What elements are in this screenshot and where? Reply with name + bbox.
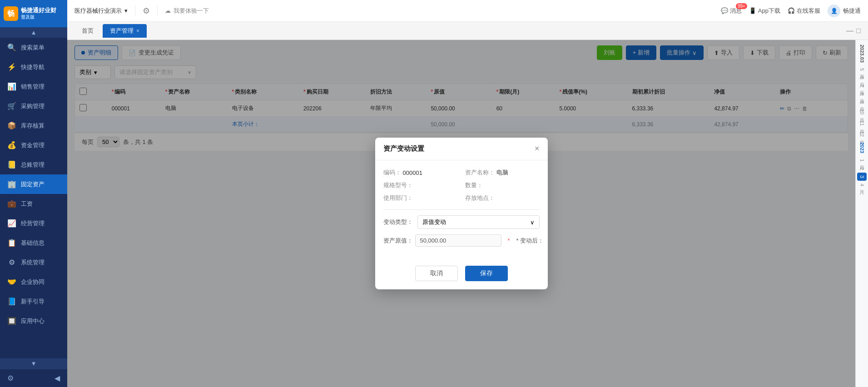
sidebar-item-purchase[interactable]: 🛒 采购管理 [0, 96, 67, 116]
sidebar: 畅 畅捷通好业财 普及版 ▲ 🔍 搜索菜单 ⚡ 快捷导航 📊 销售管理 🛒 采购… [0, 0, 67, 387]
experience-button[interactable]: ☁ 我要体验一下 [165, 7, 209, 15]
modal-cancel-button[interactable]: 取消 [415, 266, 458, 281]
sidebar-item-label: 工资 [21, 200, 33, 208]
sidebar-collapse-button[interactable]: ◀ [55, 374, 60, 382]
sidebar-item-label: 新手引导 [21, 298, 45, 306]
modal-body: 编码： 000001 资产名称： 电脑 规格型号： [375, 160, 548, 260]
modal-code-label: 编码： [383, 169, 401, 177]
modal-close-button[interactable]: × [535, 144, 540, 154]
sidebar-item-app-center[interactable]: 🔲 应用中心 [0, 311, 67, 331]
modal-asset-name-item: 资产名称： 电脑 [465, 169, 540, 177]
modal-code-value: 000001 [403, 169, 422, 176]
modal-location-item: 存放地点： [465, 194, 540, 202]
system-icon: ⚙ [7, 258, 16, 267]
modal-header: 资产变动设置 × [375, 138, 548, 160]
main-area: 医疗器械行业演示 ▾ ⚙ ☁ 我要体验一下 💬 消息 99+ 📱 App下载 🎧… [67, 0, 868, 387]
ym-month-7[interactable]: 7月 [857, 82, 867, 90]
tab-home[interactable]: 首页 [74, 24, 101, 38]
ym-year-2023[interactable]: 2023.03 [858, 42, 866, 65]
ym-month-8[interactable]: 8月 [857, 90, 867, 98]
tab-asset-mgmt-label: 资产管理 [110, 27, 134, 35]
ym-month-11[interactable]: 11月 [857, 118, 867, 129]
app-download-label: App下载 [758, 7, 780, 15]
app-logo: 畅 畅捷通好业财 普及版 [0, 0, 67, 27]
sidebar-item-guide[interactable]: 📘 新手引导 [0, 292, 67, 311]
basic-info-icon: 📋 [7, 238, 16, 247]
user-button[interactable]: 👤 畅捷通 [828, 5, 861, 17]
ym-month-5[interactable]: 5月 [857, 65, 867, 74]
sidebar-item-inventory[interactable]: 📦 库存核算 [0, 116, 67, 135]
modal-spec-label: 规格型号： [383, 181, 413, 189]
sidebar-settings-button[interactable]: ⚙ [7, 374, 14, 382]
ym-month-4[interactable]: 4月 [857, 181, 867, 189]
modal-quantity-label: 数量： [465, 181, 483, 189]
sidebar-item-payroll[interactable]: 💼 工资 [0, 194, 67, 213]
online-service-label: 在线客服 [797, 7, 820, 15]
modal-asset-name-value: 电脑 [496, 169, 508, 177]
topbar-settings-icon[interactable]: ⚙ [143, 6, 150, 16]
notification-button[interactable]: 💬 消息 99+ [721, 7, 742, 15]
sidebar-scroll-down[interactable]: ▼ [0, 358, 67, 369]
experience-cloud-icon: ☁ [165, 7, 171, 14]
sales-icon: 📊 [7, 82, 16, 91]
sidebar-item-basic-info[interactable]: 📋 基础信息 [0, 233, 67, 253]
online-service-icon: 🎧 [788, 7, 795, 14]
sidebar-item-label: 库存核算 [21, 122, 45, 130]
ym-month-3[interactable]: 3月 [857, 173, 867, 181]
sidebar-item-sales[interactable]: 📊 销售管理 [0, 77, 67, 96]
online-service-button[interactable]: 🎧 在线客服 [788, 7, 820, 15]
operations-icon: 📈 [7, 219, 16, 228]
modal-original-value-row: 资产原值： * * 变动后： [383, 234, 540, 247]
ym-month-9[interactable]: 9月 [857, 98, 867, 106]
sidebar-item-system[interactable]: ⚙ 系统管理 [0, 253, 67, 272]
company-dropdown-icon: ▾ [124, 7, 128, 14]
sidebar-item-operations[interactable]: 📈 经营管理 [0, 213, 67, 233]
modal-location-label: 存放地点： [465, 194, 495, 202]
modal-change-type-arrow: ∨ [530, 219, 535, 226]
main-content: 资产明细 📄 变更生成凭证 刘账 + 新增 批量操作 ∨ ⬆ 导入 [67, 40, 855, 387]
modal-original-value-input[interactable] [415, 234, 501, 247]
topbar-divider2 [157, 5, 158, 16]
topbar: 医疗器械行业演示 ▾ ⚙ ☁ 我要体验一下 💬 消息 99+ 📱 App下载 🎧… [67, 0, 868, 22]
sidebar-item-label: 系统管理 [21, 258, 45, 267]
ym-month-12[interactable]: 12月 [857, 129, 867, 139]
sidebar-item-enterprise[interactable]: 🤝 企业协同 [0, 272, 67, 292]
user-name: 畅捷通 [843, 7, 861, 15]
tab-close-icon[interactable]: × [136, 28, 139, 34]
sidebar-item-quick-nav[interactable]: ⚡ 快捷导航 [0, 57, 67, 77]
topbar-divider [135, 5, 135, 16]
capital-icon: 💰 [7, 141, 16, 149]
sidebar-scroll-up[interactable]: ▲ [0, 27, 67, 38]
sidebar-item-label: 企业协同 [21, 278, 45, 286]
sidebar-item-label: 基础信息 [21, 239, 45, 247]
company-name: 医疗器械行业演示 [74, 7, 122, 15]
sidebar-item-label: 经营管理 [21, 219, 45, 228]
modal-dept-label: 使用部门： [383, 194, 413, 202]
modal-save-button[interactable]: 保存 [465, 266, 508, 281]
modal-change-type-value: 原值变动 [422, 218, 446, 226]
window-maximize-button[interactable]: □ [856, 27, 861, 35]
year-month-sidebar: 2023.03 5月 6月 7月 8月 9月 10月 11月 12月 2023 … [855, 40, 868, 387]
window-minimize-button[interactable]: — [846, 27, 853, 35]
app-download-button[interactable]: 📱 App下载 [749, 7, 780, 15]
ym-month-6[interactable]: 6月 [857, 74, 867, 82]
sidebar-item-ledger[interactable]: 📒 总账管理 [0, 155, 67, 174]
tab-asset-mgmt[interactable]: 资产管理 × [103, 24, 147, 38]
sidebar-item-label: 资金管理 [21, 141, 45, 149]
sidebar-item-fixed-assets[interactable]: 🏢 固定资产 [0, 174, 67, 194]
sidebar-item-capital[interactable]: 💰 资金管理 [0, 135, 67, 155]
purchase-icon: 🛒 [7, 102, 16, 110]
search-icon: 🔍 [7, 43, 16, 52]
modal-change-type-label: 变动类型： [383, 218, 413, 226]
ym-month-2[interactable]: 2月 [857, 164, 867, 173]
asset-change-modal: 资产变动设置 × 编码： 000001 资产名称： 电脑 [375, 138, 548, 289]
ym-month-1[interactable]: 1月 [857, 156, 867, 164]
ym-month-10[interactable]: 10月 [857, 106, 867, 117]
modal-title: 资产变动设置 [383, 144, 424, 153]
fixed-assets-icon: 🏢 [7, 180, 16, 189]
modal-change-type-select[interactable]: 原值变动 ∨ [417, 215, 540, 229]
sidebar-item-search[interactable]: 🔍 搜索菜单 [0, 38, 67, 57]
ym-year-2023-2[interactable]: 2023 [858, 139, 866, 156]
modal-after-change-label: * 变动后： [516, 237, 544, 245]
company-selector[interactable]: 医疗器械行业演示 ▾ [74, 7, 128, 15]
